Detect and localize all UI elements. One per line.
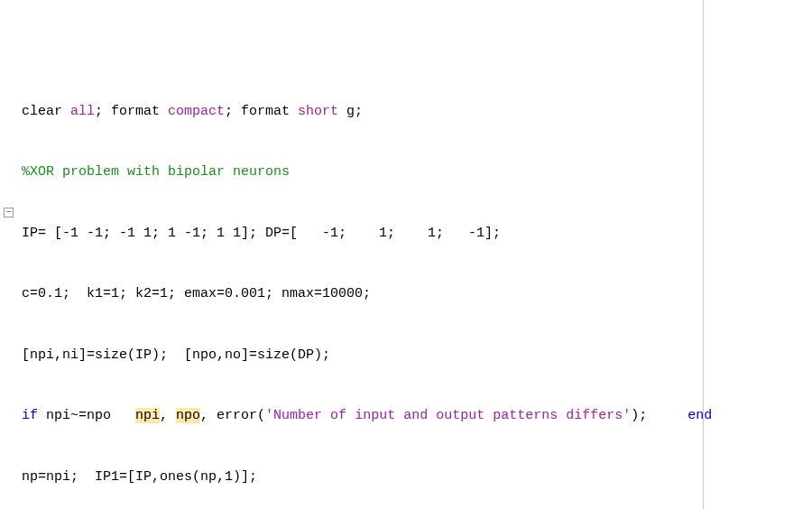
code-line[interactable]: c=0.1; k1=1; k2=1; emax=0.001; nmax=1000… [22,284,812,305]
code-line[interactable]: %XOR problem with bipolar neurons [22,162,812,183]
code-line[interactable]: if npi~=npo npi, npo, error('Number of i… [22,406,812,427]
code-line[interactable]: [npi,ni]=size(IP); [npo,no]=size(DP); [22,346,812,366]
code-line[interactable]: clear all; format compact; format short … [22,102,812,123]
gutter: − [0,0,18,509]
code-line[interactable]: IP= [-1 -1; -1 1; 1 -1; 1 1]; DP=[ -1; 1… [22,224,812,245]
code-line[interactable]: np=npi; IP1=[IP,ones(np,1)]; [22,467,812,488]
code-editor[interactable]: − clear all; format compact; format shor… [0,0,812,509]
fold-minus-icon[interactable]: − [4,208,14,217]
margin-line [703,0,704,509]
